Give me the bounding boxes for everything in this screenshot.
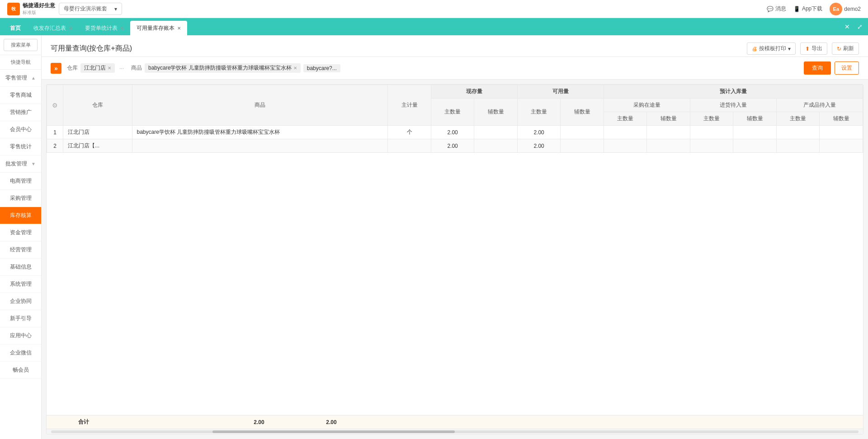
cell-product-aux-0: [820, 126, 863, 139]
col-products-incoming-group-header: 产成品待入量: [776, 99, 863, 112]
tab-receive[interactable]: 收发存汇总表 ✕: [27, 21, 79, 35]
table-wrapper[interactable]: ⚙ 仓库 商品 主计量 现存量 可用量 预计入库量 主数量 辅数量: [47, 85, 863, 415]
cell-incoming-main-0: [690, 126, 733, 139]
sidebar-item-enterprise[interactable]: 企业协同: [0, 293, 41, 310]
summary-label: 合计: [51, 418, 142, 426]
filter-expand-btn[interactable]: »: [51, 63, 61, 74]
message-label: 消息: [775, 5, 786, 13]
cell-num-1: 2: [47, 139, 63, 153]
sidebar-item-new-guide[interactable]: 新手引导: [0, 310, 41, 327]
col-forecast-group-header: 预计入库量: [604, 85, 863, 99]
sidebar-item-retail-stats[interactable]: 零售统计: [0, 138, 41, 156]
sidebar-item-app-center[interactable]: 应用中心: [0, 327, 41, 345]
sidebar-item-retail-stats-label: 零售统计: [10, 143, 32, 151]
col-purchase-transit-group-header: 采购在途量: [604, 99, 690, 112]
warehouse-tag-1-remove[interactable]: ✕: [108, 66, 111, 71]
product-tag-1[interactable]: babycare学饮杯 儿童防摔防撞吸管杯重力球吸嘴杯宝宝水杯 ✕: [145, 63, 301, 73]
sidebar-item-finance-mgmt-label: 资金管理: [10, 229, 32, 236]
sidebar-item-marketing[interactable]: 营销推广: [0, 104, 41, 121]
sidebar-item-member-center[interactable]: 会员中心: [0, 121, 41, 138]
export-icon: ⬆: [805, 46, 810, 52]
sidebar-item-retail-mgmt[interactable]: 零售管理 ▲: [0, 70, 41, 87]
table-row[interactable]: 1 江北门店 babycare学饮杯 儿童防摔防撞吸管杯重力球吸嘴杯宝宝水杯 个…: [47, 126, 863, 139]
warehouse-more-btn[interactable]: ···: [118, 65, 126, 71]
sidebar-search-btn[interactable]: 搜索菜单: [4, 39, 38, 51]
sidebar-item-member-center-label: 会员中心: [10, 126, 32, 133]
product-tag-2-text: babycare?...: [307, 65, 337, 71]
cell-avail-main-0: 2.00: [517, 126, 561, 139]
horizontal-scrollbar[interactable]: [47, 429, 863, 434]
warehouse-tag-1[interactable]: 江北门店 ✕: [80, 63, 115, 73]
print-icon: 🖨: [752, 46, 757, 52]
col-product-main-header: 主数量: [776, 112, 820, 126]
product-tag-1-remove[interactable]: ✕: [293, 66, 297, 71]
sidebar-item-enterprise-label: 企业协同: [10, 297, 32, 305]
refresh-icon: ↻: [837, 46, 841, 52]
user-name: demo2: [844, 6, 861, 12]
sidebar: 搜索菜单 快捷导航 零售管理 ▲ 零售商城 营销推广 会员中心 零售统计 批发管…: [0, 35, 42, 439]
refresh-label: 刷新: [843, 45, 854, 52]
col-product-header: 商品: [132, 85, 388, 126]
query-btn[interactable]: 查询: [804, 61, 831, 75]
tab-order-stat-close[interactable]: ✕: [120, 26, 124, 31]
sidebar-item-app-center-label: 应用中心: [10, 332, 32, 340]
table-settings-icon[interactable]: ⚙: [52, 102, 58, 109]
message-btn[interactable]: 💬 消息: [767, 5, 786, 13]
sidebar-item-basic-info[interactable]: 基础信息: [0, 259, 41, 276]
scrollbar-thumb: [212, 430, 455, 433]
cell-stock-main-0: 2.00: [431, 126, 474, 139]
print-btn[interactable]: 🖨 按模板打印 ▾: [747, 42, 796, 55]
tab-order-stat[interactable]: 要货单统计表 ✕: [79, 21, 130, 35]
brand-name: 畅捷通好生意: [23, 2, 55, 9]
product-tag-2[interactable]: babycare?...: [303, 64, 340, 72]
col-warehouse-header: 仓库: [63, 85, 132, 126]
sidebar-item-inventory-check[interactable]: 库存核算: [0, 207, 41, 224]
tab-inventory-close[interactable]: ✕: [177, 26, 181, 31]
cell-unit-0: 个: [388, 126, 431, 139]
app-download-btn[interactable]: 📱 App下载: [793, 5, 822, 13]
col-incoming-group-header: 进货待入量: [690, 99, 776, 112]
expand-tabs-icon[interactable]: ⤢: [857, 23, 863, 30]
sidebar-item-sys-mgmt[interactable]: 系统管理: [0, 276, 41, 293]
sidebar-item-ops-mgmt-label: 经营管理: [10, 246, 32, 254]
sidebar-item-ops-mgmt[interactable]: 经营管理: [0, 241, 41, 259]
scrollbar-track: [51, 430, 859, 433]
refresh-btn[interactable]: ↻ 刷新: [832, 42, 859, 55]
export-label: 导出: [811, 45, 822, 52]
tab-home[interactable]: 首页: [4, 21, 27, 35]
col-stock-group-header: 现存量: [431, 85, 517, 99]
export-btn[interactable]: ⬆ 导出: [800, 42, 827, 55]
cell-stock-aux-1: [474, 139, 518, 153]
close-all-tabs-icon[interactable]: ✕: [844, 23, 850, 30]
sidebar-item-ecommerce[interactable]: 电商管理: [0, 173, 41, 190]
table-row[interactable]: 2 江北门店【... 2.00 2.00: [47, 139, 863, 153]
chevron-up-icon: ▲: [31, 76, 36, 80]
sidebar-item-marketing-label: 营销推广: [10, 109, 32, 116]
tab-receive-close[interactable]: ✕: [69, 26, 72, 31]
chevron-down-icon: ▾: [114, 6, 117, 12]
sidebar-item-member[interactable]: 畅会员: [0, 362, 41, 379]
top-bar-left: 牧 畅捷通好生意 标准版 母婴行业演示账套 ▾: [7, 2, 122, 16]
warehouse-filter-group: 仓库 江北门店 ✕ ···: [67, 63, 126, 73]
cell-product-main-0: [776, 126, 820, 139]
sidebar-quick-nav[interactable]: 快捷导航: [0, 55, 41, 70]
tab-inventory[interactable]: 可用量库存账本 ✕: [130, 21, 187, 35]
sidebar-item-retail-mall[interactable]: 零售商城: [0, 87, 41, 104]
tab-inventory-label: 可用量库存账本: [137, 24, 175, 32]
user-menu[interactable]: Ea demo2: [830, 3, 861, 15]
sidebar-item-wholesale-mgmt[interactable]: 批发管理 ▼: [0, 156, 41, 173]
col-purchase-transit-main-header: 主数量: [604, 112, 647, 126]
settings-btn[interactable]: 设置: [835, 61, 859, 75]
product-filter-group: 商品 babycare学饮杯 儿童防摔防撞吸管杯重力球吸嘴杯宝宝水杯 ✕ bab…: [131, 63, 340, 73]
top-bar-right: 💬 消息 📱 App下载 Ea demo2: [767, 3, 861, 15]
cell-unit-1: [388, 139, 431, 153]
col-purchase-transit-aux-header: 辅数量: [647, 112, 690, 126]
sidebar-item-wechat[interactable]: 企业微信: [0, 345, 41, 362]
col-unit-header: 主计量: [388, 85, 431, 126]
cell-product-0: babycare学饮杯 儿童防摔防撞吸管杯重力球吸嘴杯宝宝水杯: [132, 126, 388, 139]
summary-bar: 合计 2.00 2.00: [47, 415, 863, 429]
sidebar-item-purchase-mgmt[interactable]: 采购管理: [0, 190, 41, 207]
industry-selector[interactable]: 母婴行业演示账套 ▾: [59, 3, 122, 15]
sidebar-item-finance-mgmt[interactable]: 资金管理: [0, 224, 41, 241]
cell-incoming-aux-1: [733, 139, 777, 153]
